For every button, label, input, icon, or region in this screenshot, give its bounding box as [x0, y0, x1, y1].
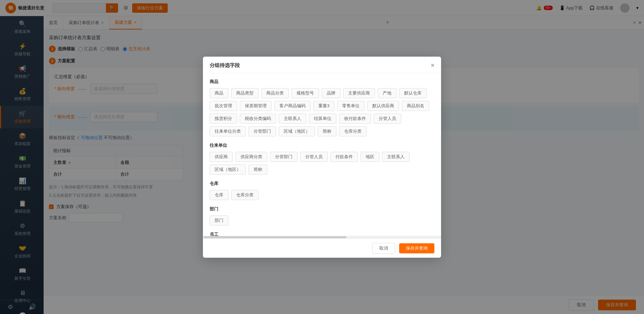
- tag-product-8[interactable]: 批次管理: [210, 101, 237, 111]
- tag-product-6[interactable]: 产地: [378, 88, 396, 98]
- modal-header: 分组待选字段 ×: [203, 57, 441, 73]
- tag-product-5[interactable]: 主要供应商: [343, 88, 375, 98]
- modal-dialog: 分组待选字段 × 商品 商品 商品类型 商品分类 规格型号 品牌 主要供应商 产…: [203, 57, 441, 258]
- partner-tags: 供应商 供应商分类 分管部门 分管人员 付款条件 地区 主联系人 区域（地区） …: [210, 152, 434, 175]
- tag-product-15[interactable]: 拣货积分: [210, 114, 237, 124]
- modal-save-button[interactable]: 保存并查询: [399, 243, 434, 253]
- tag-product-16[interactable]: 税收分类编码: [240, 114, 276, 124]
- tag-product-17[interactable]: 主联系人: [279, 114, 306, 124]
- group-title-warehouse: 仓库: [210, 181, 434, 187]
- tag-product-10[interactable]: 客户商品编码: [274, 101, 311, 111]
- tag-partner-0[interactable]: 供应商: [210, 152, 233, 162]
- tag-partner-6[interactable]: 主联系人: [382, 152, 410, 162]
- tag-product-12[interactable]: 零售单位: [337, 101, 365, 111]
- tag-warehouse-0[interactable]: 仓库: [210, 190, 228, 200]
- group-title-dept: 部门: [210, 206, 434, 212]
- field-group-warehouse: 仓库 仓库 仓库分类: [210, 181, 434, 200]
- modal-overlay[interactable]: 分组待选字段 × 商品 商品 商品类型 商品分类 规格型号 品牌 主要供应商 产…: [0, 0, 644, 314]
- group-title-partner: 往来单位: [210, 142, 434, 148]
- field-group-product: 商品 商品 商品类型 商品分类 规格型号 品牌 主要供应商 产地 默认仓库 批次…: [210, 79, 434, 136]
- tag-partner-5[interactable]: 地区: [361, 152, 379, 162]
- tag-partner-8[interactable]: 简称: [249, 165, 267, 175]
- tag-product-20[interactable]: 分管人员: [374, 114, 401, 124]
- product-tags: 商品 商品类型 商品分类 规格型号 品牌 主要供应商 产地 默认仓库 批次管理 …: [210, 88, 434, 136]
- tag-product-2[interactable]: 商品分类: [261, 88, 289, 98]
- tag-partner-3[interactable]: 分管人员: [300, 152, 328, 162]
- tag-product-7[interactable]: 默认仓库: [399, 88, 427, 98]
- modal-horizontal-scrollbar[interactable]: [203, 236, 441, 239]
- tag-product-21[interactable]: 往来单位分类: [210, 126, 246, 136]
- modal-close-button[interactable]: ×: [431, 62, 434, 69]
- tag-product-25[interactable]: 仓库分类: [339, 126, 367, 136]
- group-title-product: 商品: [210, 79, 434, 85]
- tag-product-0[interactable]: 商品: [210, 88, 228, 98]
- tag-dept-0[interactable]: 部门: [210, 215, 228, 226]
- tag-product-11[interactable]: 重量3: [313, 101, 334, 111]
- scrollbar-thumb: [204, 236, 346, 238]
- tag-product-13[interactable]: 默认供应商: [367, 101, 399, 111]
- tag-product-18[interactable]: 结算单位: [309, 114, 336, 124]
- modal-body: 商品 商品 商品类型 商品分类 规格型号 品牌 主要供应商 产地 默认仓库 批次…: [203, 73, 441, 236]
- tag-product-4[interactable]: 品牌: [322, 88, 340, 98]
- tag-partner-7[interactable]: 区域（地区）: [210, 165, 246, 175]
- tag-product-14[interactable]: 商品别名: [402, 101, 429, 111]
- modal-footer: 取消 保存并查询: [203, 239, 441, 258]
- field-group-dept: 部门 部门: [210, 206, 434, 226]
- field-group-employee: 员工 业务员: [210, 232, 434, 236]
- group-title-employee: 员工: [210, 232, 434, 236]
- tag-partner-1[interactable]: 供应商分类: [235, 152, 267, 162]
- tag-product-24[interactable]: 简称: [318, 126, 336, 136]
- tag-warehouse-1[interactable]: 仓库分类: [231, 190, 259, 200]
- tag-product-19[interactable]: 收付款条件: [339, 114, 371, 124]
- tag-partner-2[interactable]: 分管部门: [270, 152, 298, 162]
- modal-title: 分组待选字段: [210, 62, 240, 69]
- warehouse-tags: 仓库 仓库分类: [210, 190, 434, 200]
- tag-product-23[interactable]: 区域（地区）: [279, 126, 315, 136]
- modal-cancel-button[interactable]: 取消: [372, 243, 395, 254]
- field-group-partner: 往来单位 供应商 供应商分类 分管部门 分管人员 付款条件 地区 主联系人 区域…: [210, 142, 434, 175]
- dept-tags: 部门: [210, 215, 434, 226]
- tag-product-1[interactable]: 商品类型: [231, 88, 259, 98]
- tag-product-22[interactable]: 分管部门: [249, 126, 276, 136]
- tag-product-9[interactable]: 保质期管理: [240, 101, 272, 111]
- tag-product-3[interactable]: 规格型号: [291, 88, 319, 98]
- tag-partner-4[interactable]: 付款条件: [330, 152, 358, 162]
